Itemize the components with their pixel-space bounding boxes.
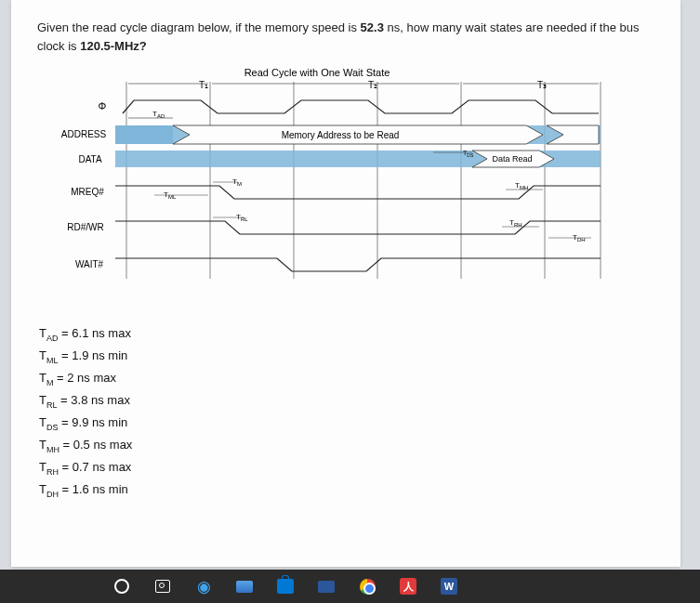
spec-tdh: TDH = 1.6 ns min	[39, 479, 654, 502]
q-speed: 52.3	[361, 20, 384, 34]
spec-trh: TRH = 0.7 ns max	[39, 457, 654, 479]
t2-label: T₂	[368, 80, 377, 90]
row-wait: WAIT#	[75, 259, 104, 269]
timing-diagram: Read Cycle with One Wait State T₁ T₂ T₃ …	[43, 65, 654, 301]
clock-wave	[123, 100, 599, 113]
windows-taskbar: ◉ 人 W	[0, 570, 700, 603]
trh-label: TRH	[509, 218, 522, 228]
row-mreq: MREQ#	[71, 187, 104, 197]
spec-tml: TML = 1.9 ns min	[39, 346, 654, 368]
store-icon[interactable]	[275, 576, 296, 596]
diagram-title: Read Cycle with One Wait State	[244, 67, 390, 78]
tad-label: TAD	[152, 110, 165, 119]
row-clock: Φ	[99, 100, 107, 111]
q-clock: 120.5-MHz?	[80, 39, 147, 53]
question-text: Given the read cycle diagram below, if t…	[37, 19, 654, 56]
spec-tm: TM = 2 ns max	[39, 368, 654, 390]
taskview-icon[interactable]	[152, 576, 173, 596]
timing-specs: TAD = 6.1 ns max TML = 1.9 ns min TM = 2…	[39, 323, 654, 501]
mail-icon[interactable]	[316, 576, 337, 596]
q-part1: Given the read cycle diagram below, if t…	[37, 20, 357, 34]
spec-tad: TAD = 6.1 ns max	[39, 323, 654, 346]
spec-tmh: TMH = 0.5 ns max	[39, 435, 654, 457]
word-icon[interactable]: W	[439, 576, 459, 596]
row-data: DATA	[78, 154, 102, 164]
row-rdwr: RD#/WR	[67, 222, 103, 232]
dataread-label: Data Read	[492, 154, 532, 164]
tmh-label: TMH	[515, 181, 528, 190]
app-icon[interactable]: 人	[398, 576, 418, 596]
row-address: ADDRESS	[61, 129, 107, 139]
spec-tds: TDS = 9.9 ns min	[39, 413, 654, 435]
t3-label: T₃	[537, 80, 547, 90]
document-page: Given the read cycle diagram below, if t…	[11, 0, 680, 567]
q-part3: clock is	[37, 39, 77, 53]
explorer-icon[interactable]	[234, 576, 255, 596]
chrome-icon[interactable]	[357, 576, 377, 596]
spec-trl: TRL = 3.8 ns max	[39, 390, 654, 413]
edge-icon[interactable]: ◉	[193, 576, 214, 596]
wait-wave	[115, 258, 601, 271]
t1-label: T₁	[199, 80, 208, 90]
cortana-icon[interactable]	[112, 576, 132, 596]
memaddr-label: Memory Address to be Read	[282, 130, 400, 140]
q-part2: ns, how many wait states are needed if t…	[388, 20, 640, 34]
svg-rect-14	[115, 125, 173, 144]
rdwr-wave	[115, 221, 601, 234]
diagram-svg: Read Cycle with One Wait State T₁ T₂ T₃ …	[43, 65, 619, 297]
